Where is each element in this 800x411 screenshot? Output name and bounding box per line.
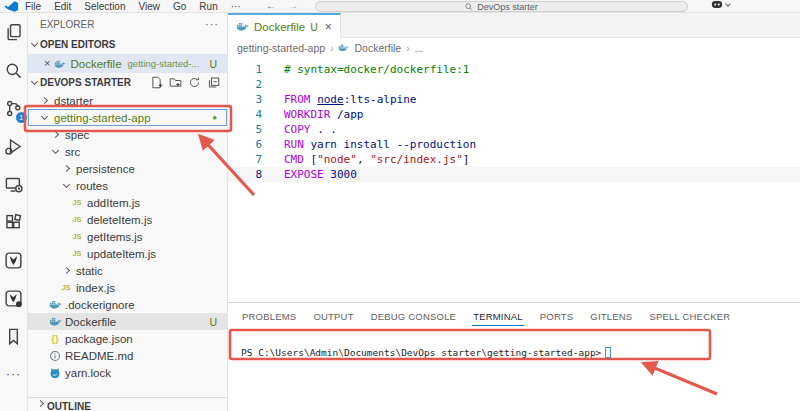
panel-tab-gitlens[interactable]: GITLENS — [589, 306, 633, 326]
open-editors-header[interactable]: OPEN EDITORS — [28, 35, 227, 54]
tree-item-getitems-js[interactable]: JSgetItems.js — [28, 228, 227, 245]
workspace-header[interactable]: DEVOPS STARTER — [28, 73, 227, 92]
breadcrumb: getting-started-app › Dockerfile › ... — [228, 38, 800, 58]
tree-item-src[interactable]: src — [28, 143, 227, 160]
nav-back-icon[interactable]: ← — [266, 0, 276, 11]
tree-item-label: updateItem.js — [87, 248, 156, 260]
nav-forward-icon[interactable]: → — [288, 0, 298, 11]
menu-file[interactable]: File — [25, 0, 41, 13]
breadcrumb-file[interactable]: Dockerfile — [354, 42, 401, 54]
menu-[interactable]: ··· — [231, 0, 241, 13]
tree-item-label: README.md — [65, 350, 133, 362]
panel-tab-output[interactable]: OUTPUT — [312, 306, 354, 326]
panel-tab-terminal[interactable]: TERMINAL — [472, 306, 524, 326]
tree-item-index-js[interactable]: JSindex.js — [28, 279, 227, 296]
menu-edit[interactable]: Edit — [54, 0, 71, 13]
tree-item-label: package.json — [65, 333, 133, 345]
command-center-search[interactable]: DevOps starter — [315, 1, 688, 12]
run-and-debug-icon[interactable] — [0, 127, 28, 165]
tree-item-static[interactable]: static — [28, 262, 227, 279]
tree-item-yarn-lock[interactable]: yarn.lock — [28, 364, 227, 381]
menu-view[interactable]: View — [139, 0, 161, 13]
tree-item-readme-md[interactable]: README.md — [28, 347, 227, 364]
tree-item-updateitem-js[interactable]: JSupdateItem.js — [28, 245, 227, 262]
tree-item-label: routes — [76, 180, 108, 192]
js-icon: JS — [72, 215, 81, 224]
terminal-prompt: PS C:\Users\Admin\Documents\DevOps start… — [241, 347, 601, 358]
menu-go[interactable]: Go — [173, 0, 186, 13]
falcon-cloud-extension-icon[interactable] — [0, 279, 28, 317]
breadcrumb-folder[interactable]: getting-started-app — [237, 42, 325, 54]
remote-explorer-icon[interactable] — [0, 165, 28, 203]
outline-section-header[interactable]: OUTLINE — [28, 397, 227, 411]
js-icon: JS — [61, 283, 70, 292]
open-editor-name: Dockerfile — [70, 58, 121, 70]
tree-item-dstarter[interactable]: dstarter — [28, 92, 227, 109]
code-editor[interactable]: 1# syntax=docker/dockerfile:123FROM node… — [228, 58, 800, 182]
code-line-6: 6RUN yarn install --production — [228, 137, 800, 152]
chevron-right-icon — [62, 165, 69, 172]
tree-item-dockerfile[interactable]: DockerfileU — [28, 313, 227, 330]
close-icon[interactable]: × — [44, 58, 50, 69]
new-folder-icon[interactable] — [169, 76, 182, 89]
git-status-badge: U — [209, 58, 217, 70]
code-line-1: 1# syntax=docker/dockerfile:1 — [228, 62, 800, 77]
tree-item-additem-js[interactable]: JSaddItem.js — [28, 194, 227, 211]
chevron-right-icon — [51, 131, 58, 138]
menu-selection[interactable]: Selection — [84, 0, 125, 13]
tree-item--dockerignore[interactable]: .dockerignore — [28, 296, 227, 313]
breadcrumb-symbol[interactable]: ... — [415, 42, 424, 54]
close-icon[interactable]: × — [325, 20, 332, 34]
tree-item-routes[interactable]: routes — [28, 177, 227, 194]
tree-item-persistence[interactable]: persistence — [28, 160, 227, 177]
more-actions-icon[interactable]: ··· — [0, 355, 28, 393]
bottom-panel: PROBLEMSOUTPUTDEBUG CONSOLETERMINALPORTS… — [228, 302, 800, 411]
tree-item-spec[interactable]: spec — [28, 126, 227, 143]
tree-item-label: getItems.js — [87, 231, 143, 243]
extensions-icon[interactable] — [0, 203, 28, 241]
tree-item-label: Dockerfile — [65, 316, 116, 328]
line-number: 5 — [228, 122, 262, 137]
panel-tab-spell-checker[interactable]: SPELL CHECKER — [648, 306, 731, 326]
falcon-extension-icon[interactable] — [0, 241, 28, 279]
menu-bar: FileEditSelectionViewGoRun··· — [25, 0, 241, 13]
tab-modified-badge: U — [310, 21, 318, 33]
menu-run[interactable]: Run — [199, 0, 217, 13]
line-number: 8 — [228, 167, 262, 182]
chevron-right-icon — [40, 97, 47, 104]
new-file-icon[interactable] — [150, 76, 163, 89]
bookmarks-icon[interactable] — [0, 317, 28, 355]
tab-bar: Dockerfile U × — [228, 13, 800, 38]
line-number: 7 — [228, 152, 262, 167]
chevron-down-icon — [725, 1, 731, 7]
breadcrumb-separator: › — [330, 43, 333, 54]
collapse-all-icon[interactable] — [207, 76, 220, 89]
panel-tab-ports[interactable]: PORTS — [539, 306, 575, 326]
search-view-icon[interactable] — [0, 51, 28, 89]
source-control-icon[interactable]: 1 — [0, 89, 28, 127]
docker-whale-icon — [49, 299, 62, 310]
tree-item-deleteitem-js[interactable]: JSdeleteItem.js — [28, 211, 227, 228]
vscode-logo-icon — [5, 1, 19, 12]
code-line-2: 2 — [228, 77, 800, 92]
explorer-more-actions-icon[interactable]: ··· — [205, 18, 219, 30]
tree-item-label: deleteItem.js — [87, 214, 152, 226]
docker-whale-icon — [338, 43, 349, 52]
terminal[interactable]: PS C:\Users\Admin\Documents\DevOps start… — [241, 347, 611, 358]
open-editor-item-dockerfile[interactable]: × Dockerfile getting-started-... U — [28, 54, 227, 73]
info-icon — [49, 350, 61, 362]
git-status-badge: U — [209, 316, 217, 328]
refresh-icon[interactable] — [188, 76, 201, 89]
breadcrumb-separator: › — [406, 43, 409, 54]
explorer-icon[interactable] — [0, 13, 28, 51]
js-icon: JS — [72, 198, 81, 207]
tab-dockerfile[interactable]: Dockerfile U × — [228, 13, 341, 38]
code-line-7: 7CMD ["node", "src/index.js"] — [228, 152, 800, 167]
code-line-4: 4WORKDIR /app — [228, 107, 800, 122]
copilot-button[interactable] — [711, 0, 730, 9]
tree-item-getting-started-app[interactable]: getting-started-app● — [28, 109, 227, 126]
tree-item-package-json[interactable]: {}package.json — [28, 330, 227, 347]
panel-tab-debug-console[interactable]: DEBUG CONSOLE — [370, 306, 457, 326]
tree-item-label: .dockerignore — [65, 299, 135, 311]
panel-tab-problems[interactable]: PROBLEMS — [241, 306, 297, 326]
